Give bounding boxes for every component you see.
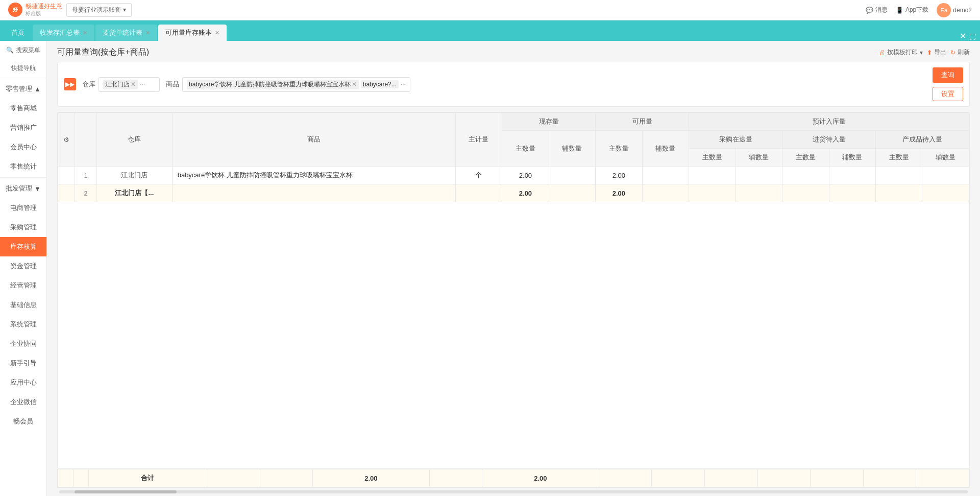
col-incoming-aux: 辅数量 <box>829 149 875 167</box>
top-bar-left: 好 畅捷通好生意 标准版 母婴行业演示账套 ▾ <box>8 3 132 17</box>
sidebar-item-operations[interactable]: 经营管理 <box>0 276 46 295</box>
row-settings <box>58 184 75 202</box>
sidebar-item-member-center[interactable]: 会员中心 <box>0 137 46 157</box>
refresh-icon: ↻ <box>950 49 955 56</box>
footer-available-main: 2.00 <box>482 469 599 487</box>
filter-product: 商品 babycare学饮杯 儿童防摔防撞吸管杯重力球吸嘴杯宝宝水杯 ✕ bab… <box>166 77 410 92</box>
sidebar-item-wholesale-mgmt[interactable]: 批发管理 ▼ <box>0 179 46 198</box>
warehouse-input[interactable]: 江北门店 ✕ ··· <box>99 77 160 92</box>
chevron-down-icon-wholesale: ▼ <box>34 185 41 193</box>
sidebar: 🔍 搜索菜单 快捷导航 零售管理 ▲ 零售商城 营销推广 会员中心 零售统计 批… <box>0 41 47 496</box>
sidebar-item-vip-member[interactable]: 畅会员 <box>0 412 46 431</box>
col-incoming-group: 进货待入量 <box>782 131 876 149</box>
user-area[interactable]: Ea demo2 <box>937 3 972 17</box>
warehouse-tag-remove[interactable]: ✕ <box>131 81 136 88</box>
tab-close-available-stock[interactable]: ✕ <box>215 30 219 36</box>
refresh-btn[interactable]: ↻ 刷新 <box>950 48 970 57</box>
print-icon: 🖨 <box>879 49 885 56</box>
logo-sub: 标准版 <box>26 10 62 17</box>
sidebar-item-enterprise-wechat[interactable]: 企业微信 <box>0 392 46 412</box>
tab-home[interactable]: 首页 <box>4 25 32 41</box>
col-num <box>75 113 97 167</box>
footer-p1 <box>652 469 705 487</box>
filter-expand-btn[interactable]: ▶▶ <box>64 78 76 90</box>
avatar: Ea <box>937 3 951 17</box>
col-current-aux: 辅数量 <box>549 131 595 167</box>
col-forecast-group: 预计入库量 <box>689 113 969 131</box>
sidebar-item-ecommerce[interactable]: 电商管理 <box>0 198 46 218</box>
row-warehouse: 江北门店【... <box>97 184 173 202</box>
horizontal-scrollbar[interactable] <box>57 488 970 496</box>
top-bar-right: 💬 消息 📱 App下载 Ea demo2 <box>866 3 972 17</box>
logo-area: 好 畅捷通好生意 标准版 <box>8 3 62 17</box>
print-dropdown-icon: ▾ <box>920 49 923 56</box>
col-product-incoming-group: 产成品待入量 <box>875 131 969 149</box>
sidebar-item-retail-stats[interactable]: 零售统计 <box>0 157 46 176</box>
sidebar-item-inventory[interactable]: 库存核算 <box>0 237 46 256</box>
sidebar-divider-1 <box>0 177 46 178</box>
footer-current-aux <box>429 469 482 487</box>
sidebar-item-newbie[interactable]: 新手引导 <box>0 353 46 373</box>
scroll-thumb[interactable] <box>75 490 177 493</box>
query-button[interactable]: 查询 <box>933 67 963 83</box>
col-product-main: 主数量 <box>875 149 922 167</box>
message-btn[interactable]: 💬 消息 <box>866 6 888 14</box>
row-current-main: 2.00 <box>502 184 549 202</box>
product-more-btn[interactable]: ··· <box>401 81 406 88</box>
product-tag-1-remove[interactable]: ✕ <box>352 81 357 88</box>
row-available-main: 2.00 <box>596 184 642 202</box>
tab-available-stock[interactable]: 可用量库存账本 ✕ <box>158 25 227 41</box>
top-bar: 好 畅捷通好生意 标准版 母婴行业演示账套 ▾ 💬 消息 📱 App下载 Ea … <box>0 0 980 20</box>
product-input[interactable]: babycare学饮杯 儿童防摔防撞吸管杯重力球吸嘴杯宝宝水杯 ✕ babyca… <box>182 77 410 92</box>
page-title: 可用量查询(按仓库+商品) <box>57 47 149 58</box>
row-purchase-aux <box>736 184 782 202</box>
row-settings <box>58 167 75 184</box>
row-purchase-aux <box>736 167 782 184</box>
col-purchase-main: 主数量 <box>689 149 736 167</box>
chevron-icon: ▲ <box>34 85 41 93</box>
tab-close-order-stats[interactable]: ✕ <box>145 30 150 36</box>
sidebar-item-system-mgmt[interactable]: 系统管理 <box>0 315 46 334</box>
tab-order-stats[interactable]: 要货单统计表 ✕ <box>95 25 157 41</box>
sidebar-item-finance[interactable]: 资金管理 <box>0 256 46 276</box>
sidebar-search[interactable]: 🔍 搜索菜单 <box>0 41 46 60</box>
phone-icon: 📱 <box>896 7 903 14</box>
sidebar-item-retail-mgmt[interactable]: 零售管理 ▲ <box>0 79 46 99</box>
header-actions: 🖨 按模板打印 ▾ ⬆ 导出 ↻ 刷新 <box>879 48 970 57</box>
col-product: 商品 <box>172 113 455 167</box>
col-incoming-main: 主数量 <box>782 149 829 167</box>
col-available-main: 主数量 <box>596 131 642 167</box>
app-download-btn[interactable]: 📱 App下载 <box>896 6 928 14</box>
logo-icon: 好 <box>8 3 22 17</box>
col-product-aux: 辅数量 <box>922 149 969 167</box>
setting-button[interactable]: 设置 <box>933 87 963 101</box>
sidebar-item-app-center[interactable]: 应用中心 <box>0 373 46 392</box>
col-current-main: 主数量 <box>502 131 549 167</box>
row-product-aux <box>922 184 969 202</box>
footer-unit-col <box>260 469 313 487</box>
row-num: 2 <box>75 184 97 202</box>
footer-spacer-2 <box>74 469 89 487</box>
tab-receipt[interactable]: 收发存汇总表 ✕ <box>33 25 94 41</box>
sidebar-item-basic-info[interactable]: 基础信息 <box>0 295 46 315</box>
sidebar-item-retail-mall[interactable]: 零售商城 <box>0 99 46 118</box>
close-all-tabs-btn[interactable]: ✕ <box>960 31 966 41</box>
sidebar-quick-nav[interactable]: 快捷导航 <box>0 60 46 77</box>
row-current-aux <box>549 184 595 202</box>
search-icon: 🔍 <box>6 46 14 54</box>
export-btn[interactable]: ⬆ 导出 <box>927 48 946 57</box>
row-available-main: 2.00 <box>596 167 642 184</box>
maximize-btn[interactable]: ⛶ <box>969 33 976 41</box>
sidebar-item-marketing[interactable]: 营销推广 <box>0 118 46 137</box>
warehouse-more-btn[interactable]: ··· <box>140 81 145 88</box>
print-btn[interactable]: 🖨 按模板打印 ▾ <box>879 48 923 57</box>
table-container: ⚙ 仓库 商品 主计量 现存量 可用量 预计入库量 主数量 辅数量 主数量 辅数… <box>57 112 970 469</box>
tab-close-receipt[interactable]: ✕ <box>83 30 87 36</box>
footer-label: 合计 <box>89 469 207 487</box>
col-available-aux: 辅数量 <box>642 131 689 167</box>
row-incoming-aux <box>829 184 875 202</box>
footer-current-main: 2.00 <box>313 469 429 487</box>
industry-selector[interactable]: 母婴行业演示账套 ▾ <box>66 3 132 17</box>
sidebar-item-enterprise[interactable]: 企业协同 <box>0 334 46 353</box>
sidebar-item-purchase-mgmt[interactable]: 采购管理 <box>0 218 46 237</box>
